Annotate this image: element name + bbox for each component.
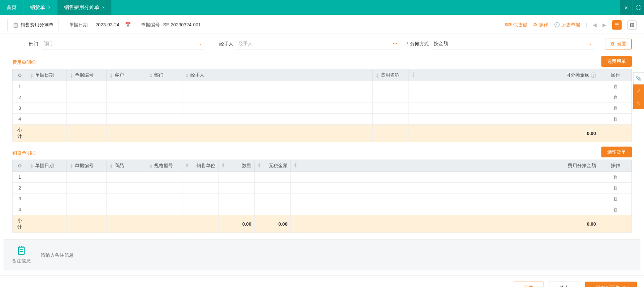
window-close-icon[interactable]: ✕ — [620, 0, 632, 15]
history-button[interactable]: 🕘历史单据 — [554, 22, 580, 28]
attachment-icon[interactable]: 📎 — [633, 72, 644, 84]
sort-icon: ▲▼ — [70, 164, 73, 169]
col-notax[interactable]: ▲▼无税金额 — [255, 160, 291, 172]
col-date[interactable]: ▲▼单据日期 — [27, 160, 67, 172]
document-header: 📋 销售费用分摊单 单据日期 2023-03-24 📅 单据编号 SF-2023… — [0, 15, 644, 34]
sort-icon: ▲▼ — [109, 73, 113, 78]
expand-icon[interactable]: ⤢ — [633, 84, 644, 97]
close-icon[interactable]: × — [48, 5, 51, 10]
date-label: 单据日期 — [69, 22, 88, 28]
table-gear-icon[interactable]: ⚙ — [13, 160, 27, 172]
col-goods[interactable]: ▲▼商品 — [107, 160, 146, 172]
expand-alt-icon[interactable]: ⤡ — [633, 97, 644, 109]
delete-row-icon[interactable]: 🗑 — [613, 196, 618, 201]
history-icon: 🕘 — [554, 22, 560, 27]
delete-row-icon[interactable]: 🗑 — [613, 95, 618, 100]
subtotal-value: 0.00 — [409, 125, 599, 142]
col-qty[interactable]: ▲▼数量 — [219, 160, 255, 172]
sort-icon: ▲▼ — [376, 73, 379, 78]
window-fullscreen-icon[interactable]: ⛶ — [632, 0, 644, 15]
date-value[interactable]: 2023-03-24 — [91, 20, 124, 30]
dept-label: 部门 — [12, 41, 38, 47]
tab-sales-order[interactable]: 销货单× — [23, 0, 57, 15]
view-card-icon[interactable]: ▥ — [627, 20, 637, 30]
handler-label: 经手人 — [207, 41, 233, 47]
docno-label: 单据编号 — [141, 22, 160, 28]
close-icon[interactable]: × — [102, 5, 105, 10]
subtotal-label: 小计 — [13, 125, 27, 142]
handler-select[interactable]: 经手人 ⋯ — [237, 38, 399, 49]
table-gear-icon[interactable]: ⚙ — [13, 69, 27, 81]
col-dept[interactable]: ▲▼部门 — [146, 69, 182, 81]
table-row[interactable]: 3🗑 — [13, 193, 632, 204]
sales-section-title: 销货单明细 — [12, 150, 36, 156]
tab-expense-alloc[interactable]: 销售费用分摊单× — [57, 0, 112, 15]
tab-label: 销货单 — [30, 4, 45, 11]
operate-button[interactable]: ⚙操作 — [533, 22, 548, 28]
more-icon: ⋯ — [393, 40, 398, 46]
docno-value: SF-20230324-001 — [163, 22, 201, 27]
footer-bar: 分摊 放弃 保存&新增⌃ — [0, 275, 644, 287]
calendar-icon[interactable]: 📅 — [125, 22, 131, 27]
select-expense-button[interactable]: 选费用单 — [601, 56, 632, 67]
table-row[interactable]: 1🗑 — [13, 81, 632, 92]
col-spec[interactable]: ▲▼规格型号 — [146, 160, 182, 172]
notes-label: 备注信息 — [12, 258, 31, 264]
view-list-icon[interactable]: ☰ — [612, 20, 622, 30]
save-new-button[interactable]: 保存&新增⌃ — [585, 282, 637, 287]
document-icon: 📋 — [13, 22, 18, 28]
shortcut-icon: ⌨ — [505, 22, 512, 27]
sales-table: ⚙ ▲▼单据日期 ▲▼单据编号 ▲▼商品 ▲▼规格型号 ▲▼销售单位 ▲▼数量 … — [12, 160, 632, 233]
top-tab-bar: 首页 销货单× 销售费用分摊单× ✕ ⛶ — [0, 0, 644, 15]
next-record-icon[interactable]: ▶ — [602, 22, 606, 28]
subtotal-fee: 0.00 — [291, 215, 599, 233]
prev-record-icon[interactable]: ◀ — [593, 22, 597, 28]
table-row[interactable]: 2🗑 — [13, 183, 632, 193]
document-type-tab[interactable]: 📋 销售费用分摊单 — [7, 19, 59, 31]
filter-row: 部门 部门 ⌄ 经手人 经手人 ⋯ *分摊方式 按金额 ⌄ ⚙ 设置 — [0, 34, 644, 52]
method-label: *分摊方式 — [403, 41, 429, 47]
col-no[interactable]: ▲▼单据编号 — [67, 160, 107, 172]
delete-row-icon[interactable]: 🗑 — [613, 174, 618, 180]
expense-section-title: 费用单明细 — [12, 59, 36, 66]
col-alloc-amount[interactable]: ▲▼可分摊金额? — [409, 69, 599, 81]
col-unit[interactable]: ▲▼销售单位 — [182, 160, 219, 172]
gear-icon: ⚙ — [610, 41, 615, 47]
col-handler[interactable]: ▲▼经手人 — [182, 69, 373, 81]
sort-icon: ▲▼ — [258, 162, 261, 168]
table-row[interactable]: 3🗑 — [13, 103, 632, 114]
chevron-down-icon: ⌄ — [589, 40, 593, 46]
operate-icon: ⚙ — [533, 22, 537, 27]
delete-row-icon[interactable]: 🗑 — [613, 116, 618, 122]
delete-row-icon[interactable]: 🗑 — [613, 84, 618, 89]
tab-home[interactable]: 首页 — [0, 0, 23, 15]
col-customer[interactable]: ▲▼客户 — [107, 69, 146, 81]
method-select[interactable]: 按金额 ⌄ — [432, 38, 594, 49]
col-ops: 操作 — [599, 160, 632, 172]
shortcut-button[interactable]: ⌨快捷键 — [505, 22, 527, 28]
setting-button[interactable]: ⚙ 设置 — [605, 39, 632, 49]
sort-icon: ▲▼ — [149, 73, 153, 78]
delete-row-icon[interactable]: 🗑 — [613, 185, 618, 191]
side-rail: 📎 ⤢ ⤡ — [633, 72, 644, 109]
dept-select[interactable]: 部门 ⌄ — [42, 38, 204, 49]
table-row[interactable]: 4🗑 — [13, 114, 632, 125]
delete-row-icon[interactable]: 🗑 — [613, 207, 618, 212]
select-sales-button[interactable]: 选销货单 — [601, 147, 632, 157]
col-fee-name[interactable]: ▲▼费用名称 — [373, 69, 409, 81]
delete-row-icon[interactable]: 🗑 — [613, 105, 618, 111]
discard-button[interactable]: 放弃 — [549, 282, 580, 287]
notes-input[interactable] — [41, 245, 632, 264]
table-row[interactable]: 2🗑 — [13, 92, 632, 103]
col-date[interactable]: ▲▼单据日期 — [27, 69, 67, 81]
sort-icon: ▲▼ — [70, 73, 73, 78]
document-type-label: 销售费用分摊单 — [21, 22, 53, 28]
help-icon[interactable]: ? — [591, 73, 596, 78]
sort-icon: ▲▼ — [221, 162, 225, 168]
sort-icon: ▲▼ — [30, 73, 34, 78]
col-fee-alloc[interactable]: ▲▼费用分摊金额 — [291, 160, 599, 172]
table-row[interactable]: 1🗑 — [13, 172, 632, 183]
table-row[interactable]: 4🗑 — [13, 204, 632, 215]
alloc-button[interactable]: 分摊 — [513, 282, 544, 287]
col-no[interactable]: ▲▼单据编号 — [67, 69, 107, 81]
